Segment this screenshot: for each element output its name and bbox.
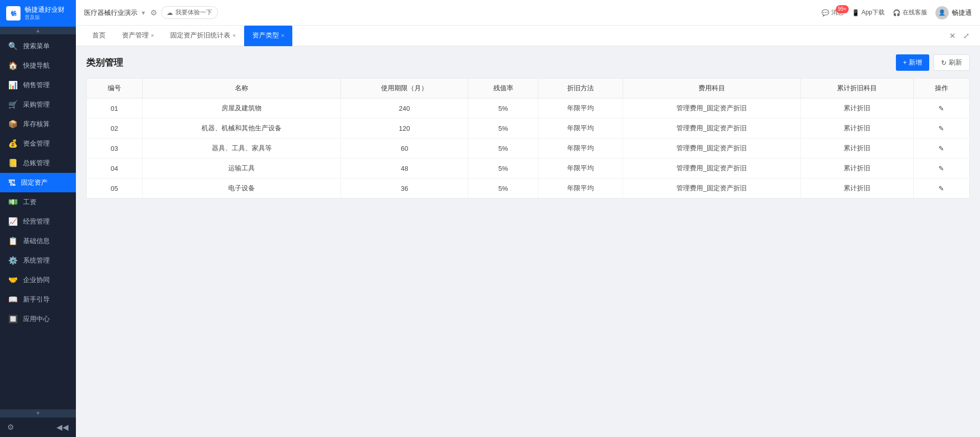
settings-icon[interactable]: ⚙ <box>7 423 14 432</box>
service-action[interactable]: 🎧 在线客服 <box>893 8 927 17</box>
tab-home[interactable]: 首页 <box>84 26 114 46</box>
sidebar-item-fixed-assets[interactable]: 🏗固定资产 <box>0 173 76 192</box>
tabbar-actions: ✕ ⤢ <box>947 29 972 43</box>
tab-close-assets[interactable]: × <box>151 32 154 38</box>
table-cell: 累计折旧 <box>801 98 913 118</box>
topbar-left: 医疗器械行业演示 ▼ ⚙ ☁ 我要体验一下 <box>84 6 815 19</box>
sidebar-item-inventory[interactable]: 📦库存核算 <box>0 114 76 134</box>
sidebar: 畅 畅捷通好业财 普及版 ▲ 🔍搜索菜单🏠快捷导航📊销售管理🛒采购管理📦库存核算… <box>0 0 76 437</box>
sidebar-item-search[interactable]: 🔍搜索菜单 <box>0 36 76 56</box>
sidebar-item-app-center[interactable]: 🔲应用中心 <box>0 309 76 329</box>
table-cell[interactable]: 机器、机械和其他生产设备 <box>143 118 341 138</box>
message-icon: 💬 <box>822 9 829 16</box>
experience-label: 我要体验一下 <box>175 8 212 17</box>
table-cell: 48 <box>341 158 468 178</box>
collapse-icon[interactable]: ◀◀ <box>56 423 69 432</box>
sidebar-label-search: 搜索菜单 <box>23 42 50 51</box>
sidebar-label-purchase: 采购管理 <box>23 100 50 109</box>
sidebar-item-enterprise[interactable]: 🤝企业协同 <box>0 270 76 290</box>
edit-action[interactable]: ✎ <box>913 178 969 198</box>
purchase-icon: 🛒 <box>8 100 18 109</box>
tab-close-depreciation[interactable]: × <box>232 32 235 38</box>
table-cell[interactable]: 器具、工具、家具等 <box>143 138 341 158</box>
edit-action[interactable]: ✎ <box>913 98 969 118</box>
topbar-right: 💬 消息 99+ 📱 App下载 🎧 在线客服 👤 畅捷通 <box>822 6 972 19</box>
edit-action[interactable]: ✎ <box>913 118 969 138</box>
sidebar-item-sales[interactable]: 📊销售管理 <box>0 75 76 95</box>
sidebar-label-inventory: 库存核算 <box>23 120 50 129</box>
message-action[interactable]: 💬 消息 99+ <box>822 8 844 17</box>
sidebar-label-enterprise: 企业协同 <box>23 275 50 285</box>
fixed-assets-icon: 🏗 <box>8 178 16 187</box>
user-profile[interactable]: 👤 畅捷通 <box>935 6 972 19</box>
sidebar-item-fund[interactable]: 💰资金管理 <box>0 134 76 153</box>
edit-action[interactable]: ✎ <box>913 138 969 158</box>
table-cell: 年限平均 <box>538 158 623 178</box>
experience-icon: ☁ <box>167 9 173 16</box>
edit-action[interactable]: ✎ <box>913 158 969 178</box>
close-tab-icon[interactable]: ✕ <box>947 29 958 43</box>
category-table: 编号名称使用期限（月）残值率折旧方法费用科目累计折旧科目操作 01房屋及建筑物2… <box>86 78 970 198</box>
table-cell: 5% <box>468 138 538 158</box>
salary-icon: 💵 <box>8 197 18 207</box>
table-cell: 60 <box>341 138 468 158</box>
basic-info-icon: 📋 <box>8 236 18 246</box>
table-cell: 5% <box>468 98 538 118</box>
table-cell[interactable]: 运输工具 <box>143 158 341 178</box>
sidebar-item-purchase[interactable]: 🛒采购管理 <box>0 95 76 114</box>
table-cell[interactable]: 电子设备 <box>143 178 341 198</box>
sidebar-item-ledger[interactable]: 📒总账管理 <box>0 153 76 173</box>
table-header: 编号名称使用期限（月）残值率折旧方法费用科目累计折旧科目操作 <box>87 78 970 98</box>
sales-icon: 📊 <box>8 81 18 90</box>
sidebar-label-sales: 销售管理 <box>23 81 50 90</box>
tab-assets[interactable]: 资产管理 × <box>114 26 162 46</box>
sidebar-item-guide[interactable]: 📖新手引导 <box>0 290 76 309</box>
sidebar-header: 畅 畅捷通好业财 普及版 <box>0 0 76 27</box>
sidebar-item-basic-info[interactable]: 📋基础信息 <box>0 231 76 251</box>
sidebar-scroll-down[interactable]: ▼ <box>0 409 76 417</box>
tab-depreciation[interactable]: 固定资产折旧统计表 × <box>162 26 244 46</box>
experience-button[interactable]: ☁ 我要体验一下 <box>161 6 218 19</box>
table-header-row: 编号名称使用期限（月）残值率折旧方法费用科目累计折旧科目操作 <box>87 78 970 98</box>
maximize-tab-icon[interactable]: ⤢ <box>961 29 972 43</box>
table-cell: 02 <box>87 118 143 138</box>
table-cell: 管理费用_固定资产折旧 <box>623 98 801 118</box>
new-button[interactable]: + 新增 <box>896 54 929 71</box>
sidebar-label-ledger: 总账管理 <box>23 158 50 168</box>
col-header: 使用期限（月） <box>341 78 468 98</box>
table-cell[interactable]: 房屋及建筑物 <box>143 98 341 118</box>
refresh-label: 刷新 <box>949 58 962 67</box>
app-download-action[interactable]: 📱 App下载 <box>852 8 885 17</box>
tab-close-asset-type[interactable]: × <box>281 32 284 38</box>
table-cell: 累计折旧 <box>801 138 913 158</box>
table-cell: 5% <box>468 118 538 138</box>
table-cell: 年限平均 <box>538 178 623 198</box>
table-cell: 管理费用_固定资产折旧 <box>623 118 801 138</box>
table-row: 05电子设备365%年限平均管理费用_固定资产折旧累计折旧✎ <box>87 178 970 198</box>
col-header: 编号 <box>87 78 143 98</box>
sidebar-item-quick-nav[interactable]: 🏠快捷导航 <box>0 56 76 75</box>
sidebar-label-fixed-assets: 固定资产 <box>21 178 48 187</box>
sidebar-item-system[interactable]: ⚙️系统管理 <box>0 251 76 270</box>
refresh-button[interactable]: ↻ 刷新 <box>933 54 970 71</box>
sidebar-item-operations[interactable]: 📈经营管理 <box>0 212 76 231</box>
tabbar: 首页资产管理 ×固定资产折旧统计表 ×资产类型 × ✕ ⤢ <box>76 26 980 46</box>
tab-asset-type[interactable]: 资产类型 × <box>244 26 292 46</box>
company-selector[interactable]: 医疗器械行业演示 ▼ <box>84 8 146 17</box>
sidebar-label-quick-nav: 快捷导航 <box>23 61 50 70</box>
topbar: 医疗器械行业演示 ▼ ⚙ ☁ 我要体验一下 💬 消息 99+ 📱 App下载 🎧… <box>76 0 980 26</box>
col-header: 累计折旧科目 <box>801 78 913 98</box>
sidebar-item-salary[interactable]: 💵工资 <box>0 192 76 212</box>
col-header: 名称 <box>143 78 341 98</box>
table-cell: 累计折旧 <box>801 178 913 198</box>
app-download-label: App下载 <box>862 8 885 17</box>
sidebar-scroll-up[interactable]: ▲ <box>0 27 76 34</box>
page-title: 类别管理 <box>86 56 123 69</box>
refresh-icon: ↻ <box>941 59 947 67</box>
table-cell: 5% <box>468 178 538 198</box>
table-cell: 05 <box>87 178 143 198</box>
system-icon: ⚙️ <box>8 256 18 265</box>
company-settings-icon[interactable]: ⚙ <box>150 8 157 17</box>
table-cell: 管理费用_固定资产折旧 <box>623 158 801 178</box>
sidebar-nav: 🔍搜索菜单🏠快捷导航📊销售管理🛒采购管理📦库存核算💰资金管理📒总账管理🏗固定资产… <box>0 34 76 409</box>
